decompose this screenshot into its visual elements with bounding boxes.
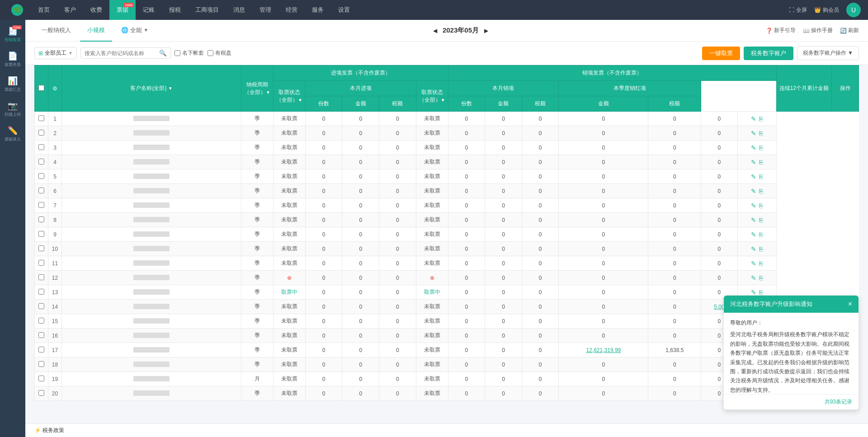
search-button[interactable]: 🔍: [159, 50, 167, 56]
sidebar-item-smart-invoice[interactable]: 🧾 智能取票 new: [2, 23, 24, 47]
row-checkbox[interactable]: [38, 188, 44, 193]
edit-icon[interactable]: ✎: [751, 231, 756, 238]
row-checkbox[interactable]: [38, 115, 44, 121]
edit-icon[interactable]: ✎: [751, 115, 756, 122]
row-checkbox[interactable]: [38, 231, 44, 237]
nav-manage[interactable]: 管理: [252, 0, 278, 20]
edit-icon[interactable]: ✎: [751, 260, 756, 267]
chevron-down-icon: ▼: [144, 28, 148, 33]
copy-icon[interactable]: ⎘: [759, 245, 763, 253]
nav-bookkeeping[interactable]: 记账: [136, 0, 162, 20]
manual-link[interactable]: 📖 操作手册: [803, 27, 833, 34]
nav-message[interactable]: 消息: [226, 0, 252, 20]
edit-icon[interactable]: ✎: [751, 202, 756, 209]
one-key-invoice-btn[interactable]: 一键取票: [702, 47, 740, 60]
has-tax-checkbox[interactable]: [208, 50, 213, 56]
copy-icon[interactable]: ⎘: [759, 173, 763, 180]
nav-service[interactable]: 服务: [305, 0, 331, 20]
th-tax-period[interactable]: 纳税周期（全部）▼: [241, 66, 274, 112]
nav-business[interactable]: 工商项目: [188, 0, 226, 20]
select-all-checkbox[interactable]: [38, 85, 44, 91]
th-setting[interactable]: ⚙: [48, 66, 62, 112]
client-filter-icon[interactable]: ▼: [168, 86, 173, 91]
copy-icon[interactable]: ⎘: [759, 231, 763, 238]
sidebar-item-scan[interactable]: 📷 扫描上传: [2, 98, 24, 121]
th-in-status[interactable]: 取票状态（全部）▼: [273, 81, 305, 112]
copy-icon[interactable]: ⎘: [759, 130, 763, 137]
row-checkbox[interactable]: [38, 303, 44, 309]
cumulative-amount: 0: [718, 289, 721, 296]
out-status-cell: 未取票: [416, 155, 448, 169]
row-checkbox[interactable]: [38, 390, 44, 396]
row-checkbox[interactable]: [38, 274, 44, 280]
nav-income[interactable]: 收费: [83, 0, 109, 20]
next-month-btn[interactable]: ▶: [484, 28, 488, 34]
edit-icon[interactable]: ✎: [751, 144, 756, 151]
row-checkbox[interactable]: [38, 361, 44, 367]
nav-operation[interactable]: 经营: [278, 0, 305, 20]
row-checkbox[interactable]: [38, 144, 44, 150]
copy-icon[interactable]: ⎘: [759, 188, 763, 195]
new-guide-link[interactable]: ❓ 新手引导: [766, 27, 796, 34]
edit-icon[interactable]: ✎: [751, 274, 756, 282]
nav-client[interactable]: 客户: [57, 0, 83, 20]
search-input[interactable]: [85, 50, 157, 56]
copy-icon[interactable]: ⎘: [759, 159, 763, 166]
tab-small[interactable]: 小规模: [80, 20, 112, 42]
tax-digital-op-btn[interactable]: 税务数字账户操作 ▼: [797, 46, 859, 60]
sidebar-item-entry[interactable]: ✏️ 票据录入: [2, 123, 24, 146]
vip-btn[interactable]: 👑 购会员: [814, 6, 839, 14]
edit-icon[interactable]: ✎: [751, 245, 756, 253]
th-out-status[interactable]: 取票状态（全部）▼: [416, 81, 448, 112]
period-type-cell: 季: [241, 227, 274, 242]
edit-icon[interactable]: ✎: [751, 188, 756, 195]
edit-icon[interactable]: ✎: [751, 216, 756, 224]
nav-tax[interactable]: 报税: [162, 0, 188, 20]
row-checkbox[interactable]: [38, 130, 44, 136]
refund-amount: 0: [602, 260, 605, 267]
copy-icon[interactable]: ⎘: [759, 144, 763, 151]
copy-icon[interactable]: ⎘: [759, 115, 763, 122]
edit-icon[interactable]: ✎: [751, 159, 756, 166]
user-avatar[interactable]: U: [846, 3, 861, 17]
row-checkbox[interactable]: [38, 260, 44, 266]
row-checkbox[interactable]: [38, 245, 44, 251]
row-checkbox[interactable]: [38, 332, 44, 338]
refund-amount-link[interactable]: 12,621,319.99: [586, 347, 621, 353]
cumulative-amount: 0: [718, 130, 721, 136]
sidebar-item-summary[interactable]: 📊 票据汇总: [2, 73, 24, 96]
sidebar-item-open-invoice[interactable]: 📄 发票开具: [2, 48, 24, 71]
employee-select[interactable]: ⊞ 全部员工 ▼: [34, 47, 77, 59]
row-checkbox[interactable]: [38, 347, 44, 352]
nav-home[interactable]: 首页: [31, 0, 57, 20]
sub-ledger-checkbox[interactable]: [175, 50, 180, 56]
period-filter-icon[interactable]: ▼: [266, 90, 270, 95]
tax-policy-link[interactable]: ⚡ 税务政策: [34, 427, 64, 434]
tab-general[interactable]: 一般纳税人: [34, 20, 78, 42]
row-checkbox[interactable]: [38, 289, 44, 295]
out-amount-cell: 0: [485, 198, 522, 213]
tab-all[interactable]: 🌐 全能 ▼: [114, 20, 156, 42]
copy-icon[interactable]: ⎘: [759, 202, 763, 209]
row-checkbox[interactable]: [38, 173, 44, 179]
copy-icon[interactable]: ⎘: [759, 260, 763, 267]
tax-digital-btn[interactable]: 税务数字账户: [744, 47, 793, 60]
refresh-link[interactable]: 🔄 刷新: [840, 27, 859, 34]
copy-icon[interactable]: ⎘: [759, 216, 763, 224]
edit-icon[interactable]: ✎: [751, 130, 756, 137]
client-name: [133, 217, 170, 222]
row-checkbox[interactable]: [38, 216, 44, 222]
row-checkbox[interactable]: [38, 159, 44, 164]
nav-invoice[interactable]: 票据 new: [109, 0, 136, 20]
row-checkbox[interactable]: [38, 376, 44, 381]
popup-close-btn[interactable]: ×: [848, 300, 852, 308]
row-checkbox[interactable]: [38, 318, 44, 324]
copy-icon[interactable]: ⎘: [759, 274, 763, 282]
th-client-name[interactable]: 客户名称(全部) ▼: [62, 66, 241, 112]
out-amount-cell: 0: [485, 126, 522, 141]
edit-icon[interactable]: ✎: [751, 173, 756, 180]
row-checkbox[interactable]: [38, 202, 44, 208]
nav-settings[interactable]: 设置: [331, 0, 357, 20]
fullscreen-btn[interactable]: ⛶ 全屏: [789, 6, 807, 14]
prev-month-btn[interactable]: ◀: [433, 28, 437, 34]
